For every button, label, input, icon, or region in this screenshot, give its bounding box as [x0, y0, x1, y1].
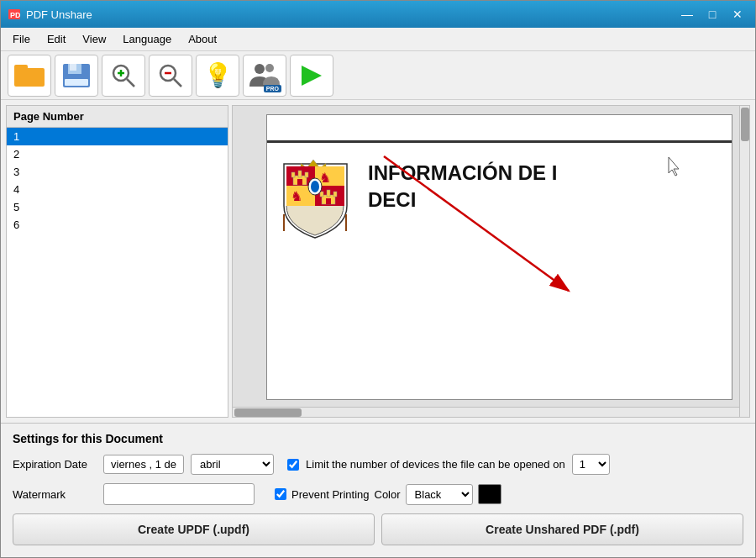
svg-point-14: [265, 64, 274, 72]
menu-language[interactable]: Language: [114, 29, 180, 49]
watermark-input[interactable]: [103, 483, 255, 505]
page-item-6[interactable]: 6: [7, 216, 228, 234]
app-icon: PDF: [8, 8, 21, 21]
menu-view[interactable]: View: [74, 29, 114, 49]
pdf-content: ♞ ♞: [267, 140, 732, 248]
h-scrollbar-thumb[interactable]: [234, 408, 302, 417]
page-item-3[interactable]: 3: [7, 163, 228, 181]
svg-text:♞: ♞: [291, 189, 302, 203]
svg-rect-5: [65, 79, 88, 86]
title-bar-title: PDF Unshare: [26, 8, 92, 21]
zoom-out-button[interactable]: [149, 55, 192, 97]
prevent-printing-area: Prevent Printing Color Black Red Blue Gr…: [275, 484, 501, 505]
svg-rect-22: [305, 172, 308, 177]
prevent-printing-checkbox[interactable]: [275, 488, 286, 500]
app-window: PDF PDF Unshare — □ ✕ File Edit View Lan…: [0, 0, 756, 558]
svg-line-7: [127, 79, 134, 87]
color-swatch[interactable]: [478, 484, 501, 504]
svg-rect-4: [70, 64, 76, 71]
lightbulb-icon: 💡: [203, 61, 233, 89]
tips-button[interactable]: 💡: [196, 55, 239, 97]
svg-rect-21: [298, 171, 302, 177]
menu-bar: File Edit View Language About: [1, 28, 755, 51]
users-pro-button[interactable]: PRO: [243, 55, 286, 97]
pro-badge: PRO: [264, 85, 281, 92]
title-bar-left: PDF PDF Unshare: [8, 8, 92, 21]
maximize-button[interactable]: □: [701, 6, 723, 23]
svg-rect-33: [326, 198, 331, 204]
settings-panel: Settings for this Document Expiration Da…: [1, 423, 755, 557]
color-label: Color: [375, 488, 401, 501]
horizontal-scrollbar[interactable]: [233, 407, 739, 417]
coat-of-arms: ♞ ♞: [280, 160, 351, 240]
svg-marker-15: [302, 66, 322, 86]
pdf-preview: ♞ ♞: [266, 114, 732, 400]
svg-rect-20: [291, 172, 295, 177]
create-updf-button[interactable]: Create UPDF (.updf): [13, 513, 375, 545]
zoom-out-icon: [155, 61, 186, 91]
toolbar: 💡 PRO: [1, 51, 755, 100]
title-bar: PDF PDF Unshare — □ ✕: [1, 1, 755, 28]
page-list: 1 2 3 4 5 6: [7, 128, 228, 417]
arrow-right-icon: [297, 61, 327, 91]
page-item-4[interactable]: 4: [7, 181, 228, 198]
expiration-row: Expiration Date viernes , 1 de enero feb…: [13, 454, 743, 475]
menu-edit[interactable]: Edit: [39, 29, 74, 49]
svg-text:PDF: PDF: [10, 11, 21, 19]
svg-point-13: [255, 64, 265, 74]
limit-devices-checkbox[interactable]: [287, 459, 299, 471]
limit-devices-area: Limit the number of devices the file can…: [287, 454, 743, 475]
open-button[interactable]: [8, 55, 51, 97]
save-button[interactable]: [55, 55, 98, 97]
go-button[interactable]: [290, 55, 333, 97]
pdf-title-line2: DECI: [368, 187, 557, 213]
zoom-in-icon: [108, 61, 139, 91]
settings-title: Settings for this Document: [13, 432, 743, 445]
watermark-row: Watermark Prevent Printing Color Black R…: [13, 483, 743, 505]
svg-rect-31: [327, 190, 330, 197]
date-display: viernes , 1 de: [103, 455, 184, 474]
date-text: viernes , 1 de: [111, 458, 176, 471]
preview-panel: ♞ ♞: [232, 105, 750, 418]
device-count-select[interactable]: 1 2 3 5 10: [572, 454, 610, 475]
vertical-scrollbar[interactable]: [739, 106, 749, 417]
close-button[interactable]: ✕: [727, 6, 748, 23]
minimize-button[interactable]: —: [676, 6, 698, 23]
zoom-in-button[interactable]: [102, 55, 145, 97]
svg-point-35: [311, 181, 319, 192]
page-item-1[interactable]: 1: [7, 128, 228, 145]
color-select[interactable]: Black Red Blue Green Gray: [406, 484, 473, 505]
create-unshared-pdf-button[interactable]: Create Unshared PDF (.pdf): [381, 513, 743, 545]
watermark-label: Watermark: [13, 488, 97, 501]
users-pro-icon: PRO: [246, 57, 283, 94]
page-list-header: Page Number: [7, 106, 228, 128]
svg-rect-23: [297, 179, 302, 185]
limit-devices-label: Limit the number of devices the file can…: [306, 458, 565, 471]
svg-rect-30: [320, 192, 323, 197]
prevent-printing-label: Prevent Printing: [291, 488, 370, 501]
menu-about[interactable]: About: [180, 29, 225, 49]
scrollbar-thumb[interactable]: [741, 108, 749, 141]
page-item-2[interactable]: 2: [7, 145, 228, 163]
pdf-title-line1: INFORMACIÓN DE I: [368, 160, 557, 187]
save-icon: [61, 61, 92, 91]
action-buttons: Create UPDF (.updf) Create Unshared PDF …: [13, 513, 743, 545]
main-content: Page Number 1 2 3 4 5 6: [1, 100, 755, 423]
page-item-5[interactable]: 5: [7, 198, 228, 216]
expiration-label: Expiration Date: [13, 458, 97, 471]
page-list-panel: Page Number 1 2 3 4 5 6: [6, 105, 228, 418]
folder-icon: [14, 63, 45, 88]
pdf-title: INFORMACIÓN DE I DECI: [351, 160, 557, 214]
svg-line-11: [174, 79, 181, 87]
svg-rect-32: [333, 192, 337, 197]
title-bar-controls: — □ ✕: [676, 6, 748, 23]
menu-file[interactable]: File: [4, 29, 39, 49]
month-select[interactable]: enero febrero marzo abril mayo junio jul…: [191, 454, 274, 475]
